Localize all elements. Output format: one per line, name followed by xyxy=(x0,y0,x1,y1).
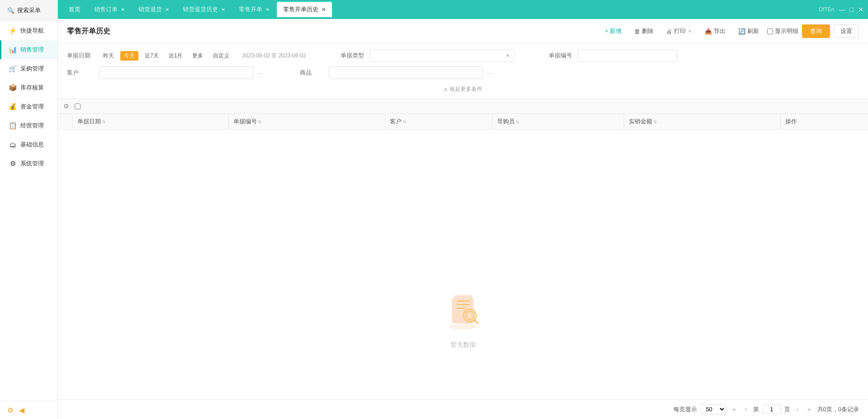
th-label-customer: 客户 xyxy=(390,118,402,125)
tab-home[interactable]: 首页 xyxy=(62,2,87,17)
sidebar-item-purchase-mgmt[interactable]: 🛒采购管理 xyxy=(0,59,57,78)
tab-close-sales-order[interactable]: ✕ xyxy=(121,7,125,12)
export-icon: 📤 xyxy=(705,28,712,35)
display-detail-toggle[interactable]: 显示明细 xyxy=(767,27,798,35)
sidebar-item-sys-mgmt[interactable]: ⚙系统管理 xyxy=(0,154,57,173)
tab-close-sales-return[interactable]: ✕ xyxy=(165,7,169,12)
chevron-up-icon: ∧ xyxy=(444,86,448,93)
tab-home-label: 首页 xyxy=(69,5,81,14)
tab-sales-order[interactable]: 销售订单✕ xyxy=(88,2,131,17)
tab-retail-open-history[interactable]: 零售开单历史✕ xyxy=(277,2,332,17)
sidebar-item-quick-nav[interactable]: ⚡快捷导航 xyxy=(0,21,57,40)
sidebar-item-finance[interactable]: 💰资金管理 xyxy=(0,97,57,116)
close-btn[interactable]: ✕ xyxy=(858,6,863,13)
refresh-button[interactable]: 🔄 刷新 xyxy=(734,25,764,38)
tab-close-retail-open-history[interactable]: ✕ xyxy=(322,7,326,12)
sidebar-search-btn[interactable]: 🔍 搜索采单 xyxy=(0,0,57,21)
tab-close-sales-return-history[interactable]: ✕ xyxy=(221,7,225,12)
export-label: 导出 xyxy=(714,27,726,35)
delete-label: 删除 xyxy=(642,27,654,35)
date-btn-2[interactable]: 近7天 xyxy=(141,51,162,61)
settings-button[interactable]: 设置 xyxy=(834,24,859,38)
sidebar-label-inventory: 库存核算 xyxy=(20,84,44,92)
last-page-btn[interactable]: » xyxy=(805,405,813,414)
th-label-action: 操作 xyxy=(785,118,797,125)
sidebar-label-purchase-mgmt: 采购管理 xyxy=(20,65,44,73)
sort-icon-guide: ⇅ xyxy=(516,119,519,124)
th-amount[interactable]: 实销金额⇅ xyxy=(624,114,781,130)
goods-dots-btn[interactable]: ··· xyxy=(484,69,495,77)
collapse-filter-btn[interactable]: ∧ 收起更多条件 xyxy=(67,84,859,93)
print-icon: 🖨 xyxy=(666,28,672,35)
sidebar-icon-inventory: 📦 xyxy=(9,84,17,92)
tab-retail-open[interactable]: 零售开单✕ xyxy=(232,2,276,17)
display-detail-checkbox[interactable] xyxy=(767,28,773,34)
th-guide[interactable]: 导购员⇅ xyxy=(492,114,624,130)
sidebar-icon-basic-info: 🗂 xyxy=(9,141,17,149)
first-page-btn[interactable]: « xyxy=(730,405,738,414)
main-content: 首页销售订单✕销货退货✕销货退货历史✕零售开单✕零售开单历史✕ OfTEn — … xyxy=(58,0,868,419)
th-number[interactable]: 单据编号⇅ xyxy=(229,114,385,130)
th-date[interactable]: 单据日期⇅ xyxy=(72,114,229,130)
tab-sales-return[interactable]: 销货退货✕ xyxy=(132,2,175,17)
sidebar-item-inventory[interactable]: 📦库存核算 xyxy=(0,78,57,97)
empty-state: 暂无数据 xyxy=(58,239,868,400)
sidebar-item-basic-info[interactable]: 🗂基础信息 xyxy=(0,135,57,154)
select-all-checkbox[interactable] xyxy=(75,104,81,109)
goods-input[interactable] xyxy=(329,66,483,79)
sidebar-label-quick-nav: 快捷导航 xyxy=(20,27,44,35)
table-settings-icon[interactable]: ⚙ xyxy=(63,103,69,110)
date-btn-4[interactable]: 更多 xyxy=(189,51,207,61)
number-input[interactable] xyxy=(578,49,677,62)
customer-filter-label: 客户 xyxy=(67,69,92,77)
settings-footer-btn[interactable]: ⚙ xyxy=(7,406,14,414)
tab-label-sales-return-history: 销货退货历史 xyxy=(183,5,218,14)
search-icon: 🔍 xyxy=(7,7,14,14)
collapse-sidebar-btn[interactable]: ◀ xyxy=(19,406,24,414)
tab-label-sales-order: 销售订单 xyxy=(94,5,118,14)
customer-input[interactable] xyxy=(100,66,253,79)
goods-filter-group: 商品 ··· xyxy=(300,66,495,79)
tab-bar-right: OfTEn — □ ✕ xyxy=(819,6,863,13)
query-label: 查询 xyxy=(810,28,822,34)
next-page-btn[interactable]: › xyxy=(794,405,801,414)
page-label: 第 xyxy=(753,405,759,414)
page-size-select[interactable]: 102050100 xyxy=(701,404,726,414)
tab-sales-return-history[interactable]: 销货退货历史✕ xyxy=(176,2,232,17)
sidebar-icon-quick-nav: ⚡ xyxy=(9,27,17,35)
new-button[interactable]: + 新增 xyxy=(600,25,626,38)
date-btn-3[interactable]: 近1月 xyxy=(165,51,186,61)
toolbar: + 新增 🗑 删除 🖨 打印 ▼ 📤 导出 🔄 刷新 xyxy=(600,24,859,38)
maximize-btn[interactable]: □ xyxy=(850,6,854,13)
export-button[interactable]: 📤 导出 xyxy=(700,25,730,38)
table-header-row: 单据日期⇅单据编号⇅客户⇅导购员⇅实销金额⇅操作 xyxy=(58,114,868,130)
prev-page-btn[interactable]: ‹ xyxy=(742,405,749,414)
print-button[interactable]: 🖨 打印 ▼ xyxy=(662,25,697,38)
tab-bar: 首页销售订单✕销货退货✕销货退货历史✕零售开单✕零售开单历史✕ OfTEn — … xyxy=(58,0,868,19)
date-btn-5[interactable]: 自定义 xyxy=(209,51,233,61)
sidebar-search-label: 搜索采单 xyxy=(17,6,41,14)
tab-label-retail-open-history: 零售开单历史 xyxy=(283,5,318,14)
sidebar-icon-finance: 💰 xyxy=(9,103,17,111)
th-customer[interactable]: 客户⇅ xyxy=(385,114,492,130)
sidebar-item-operation[interactable]: 📋经营管理 xyxy=(0,116,57,135)
delete-button[interactable]: 🗑 删除 xyxy=(630,25,658,38)
number-filter-label: 单据编号 xyxy=(549,52,574,60)
query-button[interactable]: 查询 xyxy=(802,24,830,38)
tab-close-retail-open[interactable]: ✕ xyxy=(266,7,270,12)
type-select[interactable]: ▼ xyxy=(370,49,514,62)
table-toolbar: ⚙ xyxy=(58,99,868,114)
date-btn-0[interactable]: 昨天 xyxy=(100,51,118,61)
sidebar-item-sales-mgmt[interactable]: 📊销售管理 xyxy=(0,40,57,59)
type-filter-label: 单据类型 xyxy=(341,52,366,60)
sidebar-icon-sys-mgmt: ⚙ xyxy=(9,160,17,168)
page-input[interactable] xyxy=(763,405,781,414)
customer-dots-btn[interactable]: ··· xyxy=(255,69,266,77)
date-btn-1[interactable]: 今天 xyxy=(120,51,138,61)
data-table: 单据日期⇅单据编号⇅客户⇅导购员⇅实销金额⇅操作 xyxy=(58,114,868,130)
minimize-btn[interactable]: — xyxy=(839,6,845,13)
new-label: + 新增 xyxy=(605,27,621,35)
svg-point-0 xyxy=(450,324,477,330)
goods-input-group: ··· xyxy=(329,66,495,79)
th-label-guide: 导购员 xyxy=(497,118,515,125)
